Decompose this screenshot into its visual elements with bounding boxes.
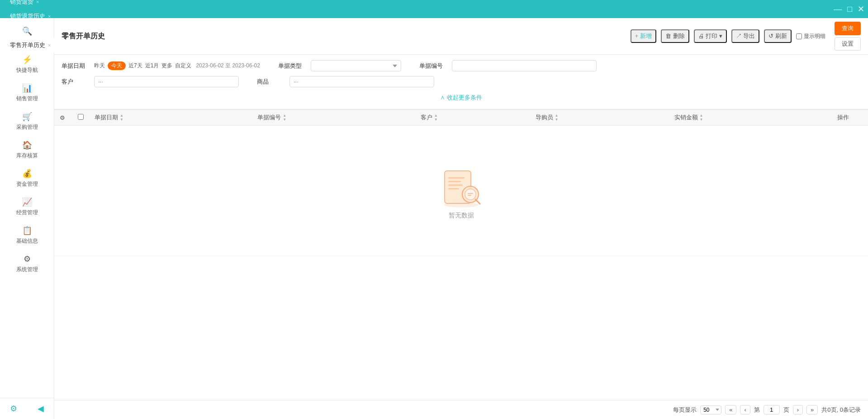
date-sort[interactable]: 单据日期 ▲▼	[95, 113, 247, 122]
maximize-button[interactable]: □	[847, 5, 852, 14]
sales-icon: 📊	[22, 83, 32, 93]
delete-button[interactable]: 🗑 删除	[661, 29, 689, 43]
type-select[interactable]	[311, 60, 401, 71]
date-shortcuts: 昨天 今天 近7天 近1月 更多 自定义 2023-06-02 至 2023-0…	[94, 61, 260, 70]
tab-close-3[interactable]: ×	[48, 14, 51, 19]
collapse-more-label: ∧ 收起更多条件	[440, 94, 482, 102]
ops-column-header: 操作	[832, 110, 868, 126]
main-content: 零售开单历史 + 新增 🗑 删除 🖨 打印 ▾ ↗ 导出 ↺ 刷新 显示明细 查…	[54, 18, 868, 419]
tab-零售开单[interactable]: 零售开单×	[4, 24, 57, 38]
customer-sort[interactable]: 客户 ▲▼	[421, 113, 525, 122]
tab-close-2[interactable]: ×	[36, 0, 39, 5]
tab-零售开单历史[interactable]: 零售开单历史×	[4, 38, 57, 52]
close-window-button[interactable]: ✕	[858, 4, 864, 14]
toolbar: 零售开单历史 + 新增 🗑 删除 🖨 打印 ▾ ↗ 导出 ↺ 刷新 显示明细 查…	[54, 18, 868, 55]
page-number-input[interactable]	[764, 405, 780, 414]
sidebar-label-quicknav: 快捷导航	[16, 66, 38, 74]
number-column-header: 单据编号 ▲▼	[252, 110, 415, 126]
print-button[interactable]: 🖨 打印 ▾	[694, 29, 727, 43]
system-icon: ⚙	[24, 254, 31, 264]
toolbar-right: + 新增 🗑 删除 🖨 打印 ▾ ↗ 导出 ↺ 刷新 显示明细	[631, 29, 825, 43]
sidebar-label-system: 系统管理	[16, 266, 38, 273]
show-detail-label: 显示明细	[804, 33, 825, 40]
number-input[interactable]	[452, 60, 597, 71]
sidebar-item-sales[interactable]: 📊销售管理	[16, 79, 38, 107]
next-page-button[interactable]: ›	[793, 405, 803, 414]
date-shortcut-more[interactable]: 更多	[161, 62, 172, 70]
page-size-label: 每页显示	[673, 406, 697, 414]
query-setting-group: 查询 设置	[835, 22, 861, 51]
product-input[interactable]	[289, 76, 434, 87]
total-info: 共0页, 0条记录	[821, 406, 861, 414]
show-detail-checkbox[interactable]: 显示明细	[796, 33, 825, 40]
date-shortcut-yesterday[interactable]: 昨天	[94, 62, 105, 70]
guide-sort[interactable]: 导购员 ▲▼	[536, 113, 664, 122]
date-shortcut-today[interactable]: 今天	[108, 61, 126, 70]
number-label: 单据编号	[419, 62, 445, 70]
finance-icon: 💰	[22, 169, 32, 179]
filter-row-1: 单据日期 昨天 今天 近7天 近1月 更多 自定义 2023-06-02 至 2…	[62, 60, 861, 71]
svg-rect-5	[448, 184, 463, 186]
date-shortcut-custom[interactable]: 自定义	[175, 62, 191, 70]
sidebar-items: 🔍搜索采单⚡快捷导航📊销售管理🛒采购管理🏠库存核算💰资金管理📈经营管理📋基础信息…	[16, 22, 38, 278]
sidebar-item-purchase[interactable]: 🛒采购管理	[16, 107, 38, 136]
number-sort[interactable]: 单据编号 ▲▼	[257, 113, 409, 122]
tab-close-4[interactable]: ×	[36, 28, 39, 33]
page-unit: 页	[783, 406, 789, 414]
empty-illustration	[436, 162, 486, 212]
table-body: 暂无数据	[54, 126, 868, 256]
date-shortcut-7days[interactable]: 近7天	[128, 62, 142, 70]
amount-column-header: 实销金额 ▲▼	[669, 110, 832, 126]
first-page-button[interactable]: «	[725, 405, 736, 414]
svg-rect-11	[468, 195, 471, 196]
sidebar-collapse-button[interactable]: ◀	[38, 404, 44, 414]
top-nav: 首页销售订单×销货退货×销货退货历史×零售开单×零售开单历史× — □ ✕	[0, 0, 868, 18]
product-label: 商品	[257, 78, 282, 86]
export-button[interactable]: ↗ 导出	[731, 29, 760, 43]
sidebar-settings-button[interactable]: ⚙	[10, 404, 17, 414]
check-column-header[interactable]	[72, 110, 89, 126]
page-label: 第	[754, 406, 760, 414]
minimize-button[interactable]: —	[834, 5, 842, 14]
select-all-checkbox[interactable]	[78, 114, 84, 120]
empty-text: 暂无数据	[449, 212, 474, 220]
sidebar-item-system[interactable]: ⚙系统管理	[16, 250, 38, 278]
refresh-button[interactable]: ↺ 刷新	[764, 29, 792, 43]
tab-label-5: 零售开单历史	[10, 41, 45, 49]
setting-button[interactable]: 设置	[835, 37, 861, 51]
filter-area: 单据日期 昨天 今天 近7天 近1月 更多 自定义 2023-06-02 至 2…	[54, 55, 868, 109]
tab-container: 首页销售订单×销货退货×销货退货历史×零售开单×零售开单历史×	[4, 0, 57, 52]
sidebar-item-finance[interactable]: 💰资金管理	[16, 164, 38, 193]
table-area: ⚙ 单据日期 ▲▼ 单据编号	[54, 109, 868, 400]
last-page-button[interactable]: »	[806, 405, 818, 414]
query-button[interactable]: 查询	[835, 22, 861, 35]
collapse-more-button[interactable]: ∧ 收起更多条件	[62, 92, 861, 104]
sidebar-item-operation[interactable]: 📈经营管理	[16, 193, 38, 221]
type-label: 单据类型	[278, 62, 304, 70]
date-shortcut-1month[interactable]: 近1月	[145, 62, 159, 70]
svg-rect-3	[448, 177, 465, 179]
amount-sort[interactable]: 实销金额 ▲▼	[674, 113, 826, 122]
gear-column-header[interactable]: ⚙	[54, 110, 72, 126]
tab-销货退货[interactable]: 销货退货×	[4, 0, 57, 9]
show-detail-input[interactable]	[796, 33, 802, 39]
sidebar-item-inventory[interactable]: 🏠库存核算	[16, 136, 38, 164]
quicknav-icon: ⚡	[22, 55, 32, 65]
sidebar-label-finance: 资金管理	[16, 180, 38, 188]
add-button[interactable]: + 新增	[631, 29, 656, 43]
svg-line-9	[475, 199, 480, 204]
customer-input[interactable]	[94, 76, 239, 87]
date-label: 单据日期	[62, 62, 87, 70]
sidebar-item-basic[interactable]: 📋基础信息	[16, 221, 38, 250]
svg-rect-10	[468, 193, 473, 194]
empty-row: 暂无数据	[54, 126, 868, 256]
tab-销货退货历史[interactable]: 销货退货历史×	[4, 9, 57, 24]
svg-rect-4	[448, 181, 461, 182]
tab-label-3: 销货退货历史	[10, 12, 45, 20]
sidebar-item-quicknav[interactable]: ⚡快捷导航	[16, 50, 38, 79]
page-size-select[interactable]: 50 20 100 200	[700, 405, 721, 414]
sidebar-label-basic: 基础信息	[16, 237, 38, 245]
sidebar-label-sales: 销售管理	[16, 95, 38, 103]
tab-close-5[interactable]: ×	[48, 42, 51, 48]
prev-page-button[interactable]: ‹	[740, 405, 750, 414]
